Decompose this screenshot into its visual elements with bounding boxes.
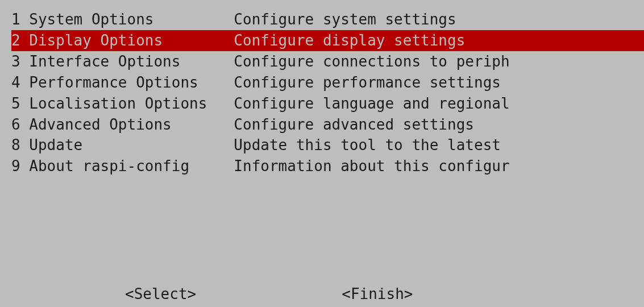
menu-item-desc: Information about this configur — [234, 157, 509, 175]
menu-item-label: 4 Performance Options — [11, 74, 234, 91]
menu-item-desc: Update this tool to the latest — [234, 136, 501, 154]
menu-item[interactable]: 6 Advanced Options Configure advanced se… — [11, 114, 644, 135]
config-menu: 1 System Options Configure system settin… — [0, 9, 644, 177]
menu-item[interactable]: 5 Localisation Options Configure languag… — [11, 93, 644, 114]
button-bar: <Select> <Finish> — [0, 285, 644, 302]
menu-item-label: 5 Localisation Options — [11, 95, 234, 112]
select-button[interactable]: <Select> — [125, 285, 196, 302]
menu-item-desc: Configure display settings — [234, 32, 465, 49]
menu-item-label: 2 Display Options — [11, 32, 234, 49]
menu-item-label: 1 System Options — [11, 11, 234, 28]
menu-item[interactable]: 9 About raspi-config Information about t… — [11, 156, 644, 177]
menu-item-desc: Configure connections to periph — [234, 53, 509, 70]
finish-button[interactable]: <Finish> — [342, 285, 413, 302]
menu-item-label: 6 Advanced Options — [11, 116, 234, 133]
menu-item[interactable]: 2 Display Options Configure display sett… — [11, 30, 644, 51]
menu-item-label: 3 Interface Options — [11, 53, 234, 70]
menu-item-desc: Configure advanced settings — [234, 116, 474, 133]
menu-item-label: 9 About raspi-config — [11, 157, 234, 175]
menu-item[interactable]: 8 Update Update this tool to the latest — [11, 135, 644, 156]
menu-item-desc: Configure system settings — [234, 11, 456, 28]
menu-item-label: 8 Update — [11, 136, 234, 154]
menu-item-desc: Configure performance settings — [234, 74, 501, 91]
menu-item[interactable]: 4 Performance Options Configure performa… — [11, 72, 644, 93]
menu-item[interactable]: 3 Interface Options Configure connection… — [11, 51, 644, 72]
menu-item-desc: Configure language and regional — [234, 95, 509, 112]
menu-item[interactable]: 1 System Options Configure system settin… — [11, 9, 644, 30]
